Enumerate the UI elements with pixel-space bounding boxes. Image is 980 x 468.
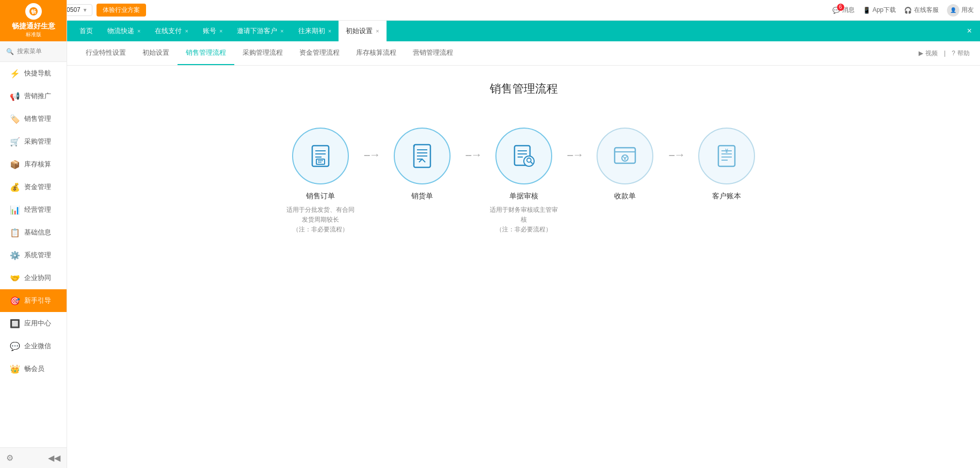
sidebar-item-label: 企业微信: [24, 341, 51, 351]
nav-item-initial[interactable]: 初始设置 ×: [339, 21, 386, 41]
flow-step-3[interactable]: 单据审核 适用于财务审核或主管审核（注：非必要流程）: [483, 128, 565, 235]
app-download-item[interactable]: 📱 App下载: [863, 6, 896, 14]
nav-close-icon[interactable]: ×: [376, 28, 379, 34]
step2-circle: [394, 128, 451, 184]
message-badge: 6: [837, 4, 844, 11]
sidebar-item-yingxiao[interactable]: 📢 营销推广: [0, 85, 67, 107]
nav-close-icon[interactable]: ×: [137, 28, 140, 34]
flow-arrow-4: - - →: [668, 128, 683, 162]
step5-title: 客户账本: [712, 192, 741, 201]
sidebar-item-label: 系统管理: [24, 251, 51, 260]
nav-item-logistics[interactable]: 物流快递 ×: [100, 21, 148, 41]
sub-tabs: 行业特性设置 初始设置 销售管理流程 采购管理流程 资金管理流程 库存核算流程 …: [67, 41, 980, 66]
sidebar-item-xinshou[interactable]: 🎯 新手引导: [0, 289, 67, 312]
app-icon: 📱: [863, 7, 871, 14]
svg-text:¥: ¥: [726, 148, 729, 154]
box-icon: 📦: [10, 160, 20, 169]
flow-step-2[interactable]: 销货单: [381, 128, 463, 205]
nav-close-icon[interactable]: ×: [280, 28, 283, 34]
sidebar-item-caigou[interactable]: 🛒 采购管理: [0, 130, 67, 153]
nav-label: 在线支付: [155, 26, 182, 36]
main-content: 行业特性设置 初始设置 销售管理流程 采购管理流程 资金管理流程 库存核算流程 …: [67, 41, 980, 468]
subtab-purchase-flow[interactable]: 采购管理流程: [234, 41, 291, 65]
apps-icon: 🔲: [10, 319, 20, 329]
money-icon: 💰: [10, 182, 20, 192]
collapse-icon[interactable]: ◀◀: [48, 453, 60, 463]
sidebar-item-kucun[interactable]: 📦 库存核算: [0, 153, 67, 176]
dropdown-arrow-icon: ▼: [83, 7, 88, 13]
service-item[interactable]: 🎧 在线客服: [904, 6, 939, 14]
sidebar-item-xitong[interactable]: ⚙️ 系统管理: [0, 244, 67, 267]
header-right: 💬 6 消息 📱 App下载 🎧 在线客服 👤 用友: [832, 4, 974, 17]
arrow-icon: - - →: [668, 148, 683, 162]
step3-circle: [495, 128, 552, 184]
nav-item-invite[interactable]: 邀请下游客户 ×: [230, 21, 291, 41]
step1-desc: 适用于分批发货、有合同发货周期较长（注：非必要流程）: [284, 205, 357, 235]
sidebar-bottom: ⚙ ◀◀: [0, 447, 67, 468]
lightning-icon: ⚡: [10, 69, 20, 79]
subtab-industry[interactable]: 行业特性设置: [77, 41, 134, 65]
subtab-inventory-flow[interactable]: 库存核算流程: [348, 41, 405, 65]
sidebar-item-weixin[interactable]: 💬 企业微信: [0, 335, 67, 357]
sidebar-item-jichu[interactable]: 📋 基础信息: [0, 221, 67, 244]
nav-close-icon[interactable]: ×: [328, 28, 331, 34]
message-icon-wrapper: 💬 6: [832, 7, 840, 14]
nav-item-account[interactable]: 账号 ×: [196, 21, 230, 41]
handshake-icon: 🤝: [10, 273, 20, 283]
sidebar-item-label: 应用中心: [24, 319, 51, 328]
sidebar-item-xiaoshou[interactable]: 🏷️ 销售管理: [0, 107, 67, 130]
sidebar-item-qiye[interactable]: 🤝 企业协同: [0, 267, 67, 289]
video-help-item[interactable]: ▶ 视频: [919, 49, 938, 58]
nav-close-icon[interactable]: ×: [185, 28, 188, 34]
sidebar-item-label: 快捷导航: [24, 69, 51, 78]
flow-step-5[interactable]: ¥ 客户账本: [685, 128, 768, 205]
sidebar-item-kuaijie[interactable]: ⚡ 快捷导航: [0, 62, 67, 85]
logo-area: 畅 畅捷通好生意 标准版: [0, 0, 67, 41]
nav-close-icon[interactable]: ×: [219, 28, 222, 34]
sidebar-item-vip[interactable]: 👑 畅会员: [0, 357, 67, 380]
help-label: 帮助: [957, 49, 970, 58]
logo-icon: 畅: [25, 3, 42, 20]
sidebar-item-zijin[interactable]: 💰 资金管理: [0, 176, 67, 198]
headset-icon: 🎧: [904, 7, 912, 14]
arrow-icon: - - →: [567, 148, 582, 162]
flow-step-4[interactable]: ¥ 收款单: [584, 128, 666, 205]
nav-item-payment[interactable]: 在线支付 ×: [148, 21, 195, 41]
nav-close-all-button[interactable]: ×: [967, 26, 972, 36]
sidebar-item-jingying[interactable]: 📊 经营管理: [0, 198, 67, 221]
flow-step-1[interactable]: 销售订单 适用于分批发货、有合同发货周期较长（注：非必要流程）: [279, 128, 362, 235]
video-label: 视频: [925, 49, 938, 58]
flow-arrow-3: - - →: [567, 128, 582, 162]
sidebar-search[interactable]: 🔍 搜索菜单: [0, 41, 67, 62]
user-profile-item[interactable]: 👤 用友: [947, 4, 974, 17]
subtab-finance-flow[interactable]: 资金管理流程: [291, 41, 348, 65]
sidebar-item-yingyong[interactable]: 🔲 应用中心: [0, 312, 67, 335]
nav-item-home[interactable]: 首页: [72, 21, 100, 41]
svg-rect-6: [316, 159, 325, 164]
flow-arrow-2: - - →: [465, 128, 480, 162]
content-area: 销售管理流程 销售订单 适用于分批发货、有合同发货周期: [67, 66, 980, 251]
search-label: 搜索菜单: [17, 47, 42, 56]
message-item[interactable]: 💬 6 消息: [832, 6, 855, 14]
step1-circle: [292, 128, 349, 184]
service-label: 在线客服: [914, 6, 939, 14]
gear-icon: ⚙️: [10, 251, 20, 260]
page-title: 销售管理流程: [88, 81, 959, 97]
subtab-initial[interactable]: 初始设置: [134, 41, 178, 65]
settings-bottom-icon[interactable]: ⚙: [6, 453, 13, 463]
sidebar-item-label: 库存核算: [24, 160, 51, 169]
guide-icon: 🎯: [10, 296, 20, 306]
avatar: 👤: [947, 4, 959, 17]
subtabs-right: ▶ 视频 | ? 帮助: [919, 49, 970, 58]
tag-icon: 🏷️: [10, 114, 20, 124]
sidebar-item-label: 营销推广: [24, 91, 51, 101]
nav-label: 物流快递: [107, 26, 134, 36]
subtab-sales-flow[interactable]: 销售管理流程: [178, 41, 234, 65]
help-item[interactable]: ? 帮助: [952, 49, 970, 58]
experience-button[interactable]: 体验行业方案: [97, 4, 146, 17]
nav-item-period[interactable]: 往来期初 ×: [291, 21, 339, 41]
step3-title: 单据审核: [509, 192, 538, 201]
subtab-marketing-flow[interactable]: 营销管理流程: [405, 41, 461, 65]
nav-label: 往来期初: [298, 26, 325, 36]
user-name: 用友: [961, 6, 974, 14]
